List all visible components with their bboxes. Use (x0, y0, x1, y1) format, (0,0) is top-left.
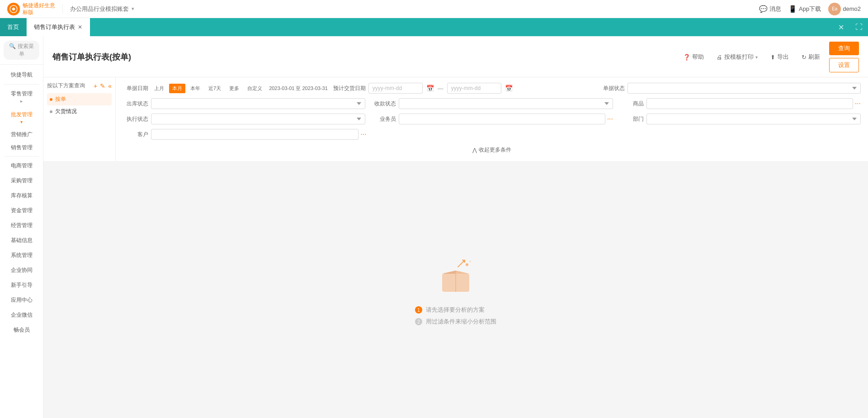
app-download-button[interactable]: 📱 App下载 (788, 5, 821, 13)
page-actions: ❓ 帮助 🖨 按模板打印 ▾ ⬆ 导出 ↻ 刷新 (679, 42, 859, 72)
hint-text-2: 用过滤条件来缩小分析范围 (426, 318, 496, 326)
sidebar-item-ops-mgmt[interactable]: 经营管理 (0, 218, 43, 233)
template-print-label: 按模板打印 (724, 53, 754, 61)
refresh-button[interactable]: ↻ 刷新 (798, 51, 824, 63)
hint-text-1: 请先选择要分析的方案 (426, 306, 485, 314)
salesperson-more-icon[interactable]: ··· (607, 115, 613, 123)
sidebar-sub-marketing[interactable]: 营销推广 (0, 128, 43, 141)
date-btn-this-month[interactable]: 本月 (169, 84, 185, 93)
enterprise-wechat-label: 企业微信 (11, 311, 33, 319)
tab-home-label: 首页 (7, 23, 19, 31)
tab-sales-order[interactable]: 销售订单执行表 ✕ (27, 18, 90, 36)
ecom-mgmt-label: 电商管理 (11, 162, 33, 170)
exec-status-select[interactable] (151, 114, 365, 124)
sidebar-item-member[interactable]: 畅会员 (0, 323, 43, 337)
sidebar-item-ecom-mgmt[interactable]: 电商管理 (0, 158, 43, 173)
plan-item-owe-goods[interactable]: 欠货情况 (47, 105, 112, 118)
query-button[interactable]: 查询 (829, 42, 859, 55)
settings-button[interactable]: 设置 (829, 58, 859, 72)
help-icon: ❓ (683, 54, 690, 61)
svg-marker-2 (442, 271, 456, 274)
breadcrumb[interactable]: 办公用品行业模拟账套 ▾ (70, 5, 134, 13)
filter-panel: 按以下方案查询 + ✎ « 按单 欠货情况 (43, 77, 868, 161)
finance-mgmt-label: 资金管理 (11, 207, 33, 214)
expected-delivery-end[interactable] (447, 83, 501, 94)
tab-close-icon[interactable]: ✕ (78, 24, 82, 30)
edit-plan-button[interactable]: ✎ (100, 82, 105, 90)
sidebar-item-sys-mgmt[interactable]: 系统管理 (0, 248, 43, 263)
date-btn-more[interactable]: 更多 (226, 84, 242, 93)
date-btn-last-month[interactable]: 上月 (151, 84, 167, 93)
export-button[interactable]: ⬆ 导出 (767, 51, 793, 63)
hint-number-1: 1 (415, 306, 422, 314)
sidebar-nav: 快捷导航 零售管理 ▸ 批发管理 ▾ 营销推广 销售管理 电商管理 采购管理 (0, 65, 43, 340)
goods-input[interactable] (646, 98, 853, 109)
breadcrumb-arrow: ▾ (132, 6, 134, 12)
sidebar-item-enterprise-wechat[interactable]: 企业微信 (0, 308, 43, 323)
filter-row-3: 执行状态 业务员 ··· (123, 114, 861, 124)
sidebar-item-wholesale-mgmt[interactable]: 批发管理 ▾ (0, 107, 43, 128)
goods-more-icon[interactable]: ··· (855, 100, 861, 108)
sidebar-sub-sales-mgmt[interactable]: 销售管理 (0, 141, 43, 154)
search-menu-button[interactable]: 🔍 搜索菜单 (4, 41, 39, 60)
sidebar-item-enterprise-collab[interactable]: 企业协同 (0, 263, 43, 278)
wholesale-arrow-icon: ▾ (20, 119, 23, 124)
filter-item-goods: 商品 ··· (618, 98, 861, 109)
sidebar-item-stock-check[interactable]: 库存核算 (0, 188, 43, 203)
refresh-icon: ↻ (802, 54, 807, 61)
collapse-more-conditions-button[interactable]: ⋀ 收起更多条件 (123, 144, 861, 156)
page-title-row: 销售订单执行表(按单) ❓ 帮助 🖨 按模板打印 ▾ ⬆ 导出 (52, 42, 859, 77)
template-print-button[interactable]: 🖨 按模板打印 ▾ (713, 51, 761, 63)
help-button[interactable]: ❓ 帮助 (679, 51, 708, 63)
filter-item-doc-status: 单据状态 (599, 83, 861, 94)
sidebar-item-new-guide[interactable]: 新手引导 (0, 278, 43, 293)
tab-maximize-button[interactable]: ⛶ (850, 18, 868, 36)
refresh-label: 刷新 (808, 53, 820, 61)
page-header: 销售订单执行表(按单) ❓ 帮助 🖨 按模板打印 ▾ ⬆ 导出 (43, 36, 868, 77)
customer-more-icon[interactable]: ··· (360, 130, 366, 138)
app-download-icon: 📱 (788, 5, 797, 13)
sidebar-item-finance-mgmt[interactable]: 资金管理 (0, 203, 43, 218)
stock-check-label: 库存核算 (11, 192, 33, 200)
sidebar-item-retail-mgmt[interactable]: 零售管理 ▸ (0, 86, 43, 107)
template-print-arrow: ▾ (755, 55, 758, 60)
empty-state: 1 请先选择要分析的方案 2 用过滤条件来缩小分析范围 (415, 253, 496, 326)
tab-expand-button[interactable]: ✕ (832, 18, 850, 36)
marketing-label: 营销推广 (11, 131, 33, 138)
sys-mgmt-label: 系统管理 (11, 252, 33, 259)
tab-home[interactable]: 首页 (0, 18, 27, 36)
date-btn-last-7-days[interactable]: 近7天 (205, 84, 224, 93)
tab-bar: 首页 销售订单执行表 ✕ ✕ ⛶ (0, 18, 868, 36)
empty-hint-1: 1 请先选择要分析的方案 (415, 306, 496, 314)
date-separator: — (436, 85, 445, 92)
export-icon: ⬆ (770, 54, 775, 61)
payment-status-select[interactable] (399, 98, 613, 109)
date-btn-custom[interactable]: 自定义 (244, 84, 265, 93)
plan-label-owe-goods: 欠货情况 (55, 108, 77, 115)
salesperson-input[interactable] (399, 114, 605, 124)
sidebar-item-purchase-mgmt[interactable]: 采购管理 (0, 173, 43, 188)
add-plan-button[interactable]: + (94, 82, 97, 90)
plan-item-by-order[interactable]: 按单 (47, 93, 112, 105)
sidebar-item-basic-info[interactable]: 基础信息 (0, 233, 43, 248)
calendar-end-icon[interactable]: 📅 (505, 85, 513, 92)
doc-status-select[interactable] (627, 83, 861, 94)
message-button[interactable]: 💬 消息 (759, 5, 781, 13)
customer-input[interactable] (151, 129, 359, 140)
user-menu[interactable]: Ea demo2 (828, 3, 861, 15)
salesperson-label: 业务员 (371, 115, 396, 123)
breadcrumb-text: 办公用品行业模拟账套 (70, 5, 129, 13)
collapse-left-button[interactable]: « (108, 82, 112, 90)
sidebar-item-quick-nav[interactable]: 快捷导航 (0, 67, 43, 82)
sidebar: 🔍 搜索菜单 快捷导航 零售管理 ▸ 批发管理 ▾ 营销推广 销售管理 (0, 36, 43, 418)
sidebar-item-app-center[interactable]: 应用中心 (0, 293, 43, 308)
filter-item-shipment-status: 出库状态 (123, 98, 365, 109)
filter-row-1: 单据日期 上月 本月 本年 近7天 更多 自定义 2023-03-01 至 20… (123, 83, 861, 94)
calendar-start-icon[interactable]: 📅 (426, 85, 434, 92)
shipment-status-select[interactable] (151, 98, 365, 109)
filter-left-actions: + ✎ « (94, 82, 112, 90)
expected-delivery-start[interactable] (368, 83, 423, 94)
filter-item-payment-status: 收款状态 (371, 98, 613, 109)
department-select[interactable] (646, 114, 861, 124)
date-btn-this-year[interactable]: 本年 (187, 84, 203, 93)
